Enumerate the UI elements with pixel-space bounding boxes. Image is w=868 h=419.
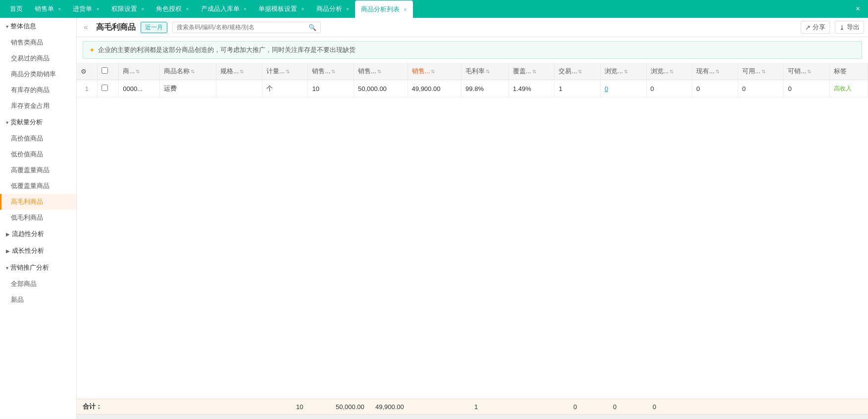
sidebar-item-in-stock[interactable]: 有库存的商品	[0, 82, 76, 98]
sort-icon-amount: ⇅	[377, 69, 381, 74]
sidebar-item-category-rate[interactable]: 商品分类助销率	[0, 66, 76, 82]
nav-product-analysis[interactable]: 商品分析 ×	[310, 0, 355, 18]
nav-product-analysis-list[interactable]: 商品分析列表 ×	[355, 0, 412, 18]
col-coverage[interactable]: 覆盖...⇅	[509, 63, 555, 80]
sidebar-group-overall[interactable]: ▾ 整体信息	[0, 18, 76, 35]
sidebar-item-low-coverage[interactable]: 低覆盖量商品	[0, 178, 76, 194]
sidebar-item-low-margin[interactable]: 低毛利商品	[0, 210, 76, 226]
period-filter-btn[interactable]: 近一月	[141, 22, 167, 33]
footer-profit: 49,900.00	[371, 403, 411, 411]
cell-check[interactable]	[97, 80, 119, 97]
col-check[interactable]	[97, 63, 119, 80]
cell-tag: 高收入	[829, 80, 868, 97]
close-template[interactable]: ×	[301, 6, 304, 12]
sort-icon-coverage: ⇅	[532, 69, 536, 74]
col-settings[interactable]: ⚙	[77, 63, 97, 80]
sidebar-group-flow[interactable]: ▶ 流趋性分析	[0, 226, 76, 242]
close-sales-order[interactable]: ×	[58, 6, 61, 12]
sidebar-item-sales-goods[interactable]: 销售类商品	[0, 35, 76, 50]
search-input[interactable]	[177, 24, 306, 31]
sidebar-collapse-btn[interactable]: «	[81, 23, 91, 32]
sidebar-item-traded-goods[interactable]: 交易过的商品	[0, 50, 76, 66]
sidebar-group-contribution[interactable]: ▾ 贡献量分析	[0, 114, 76, 131]
cell-current-stock: 0	[692, 80, 738, 97]
col-tag[interactable]: 标签	[829, 63, 868, 80]
sidebar-item-stock-capital[interactable]: 库存资金占用	[0, 98, 76, 114]
col-gross-margin[interactable]: 毛利率⇅	[461, 63, 509, 80]
tag-high-badge: 高收入	[834, 85, 852, 92]
settings-icon[interactable]: ⚙	[81, 68, 87, 75]
sidebar-item-low-value[interactable]: 低价值商品	[0, 146, 76, 162]
col-sales-amount[interactable]: 销售...⇅	[354, 63, 408, 80]
close-role-auth[interactable]: ×	[186, 6, 189, 12]
cell-gross-margin: 99.8%	[461, 80, 509, 97]
cell-unit: 个	[262, 80, 308, 97]
footer-label: 合计：	[83, 402, 102, 411]
sidebar-item-high-margin[interactable]: 高毛利商品	[0, 194, 76, 210]
sidebar-item-high-value[interactable]: 高价值商品	[0, 131, 76, 146]
close-product-inbound[interactable]: ×	[244, 6, 247, 12]
cell-sellable: 0	[784, 80, 830, 97]
nav-permission-settings[interactable]: 权限设置 ×	[105, 0, 150, 18]
sort-icon-transaction: ⇅	[578, 69, 582, 74]
col-sales-profit[interactable]: 销售...⇅	[408, 63, 461, 80]
expand-icon-overall: ▾	[6, 24, 8, 29]
expand-icon-flow: ▶	[6, 232, 10, 237]
nav-role-auth[interactable]: 角色授权 ×	[150, 0, 195, 18]
table-row: 1 0000... 运费 个 10 50,000.00 49,900.00 99…	[77, 80, 868, 97]
cell-sales-profit: 49,900.00	[408, 80, 461, 97]
bottom-scrollbar[interactable]	[77, 414, 868, 419]
col-spec[interactable]: 规格...⇅	[216, 63, 262, 80]
sidebar-item-all-goods[interactable]: 全部商品	[0, 276, 76, 292]
col-browse2[interactable]: 浏览...⇅	[646, 63, 692, 80]
col-sales-qty[interactable]: 销售...⇅	[308, 63, 354, 80]
cell-available: 0	[738, 80, 784, 97]
search-icon[interactable]: 🔍	[308, 24, 316, 31]
sort-icon-available: ⇅	[762, 69, 766, 74]
main-layout: ▾ 整体信息 销售类商品 交易过的商品 商品分类助销率 有库存的商品 库存资金占…	[0, 18, 868, 419]
col-unit[interactable]: 计量...⇅	[262, 63, 308, 80]
close-purchase-order[interactable]: ×	[96, 6, 99, 12]
nav-template-settings[interactable]: 单据模板设置 ×	[253, 0, 310, 18]
sort-icon-profit: ⇅	[431, 69, 435, 74]
nav-product-inbound[interactable]: 产成品入库单 ×	[195, 0, 253, 18]
info-icon: ✦	[89, 46, 95, 54]
col-current-stock[interactable]: 现有...⇅	[692, 63, 738, 80]
sidebar-item-high-coverage[interactable]: 高覆盖量商品	[0, 162, 76, 178]
col-transaction[interactable]: 交易...⇅	[555, 63, 601, 80]
cell-browse1[interactable]: 0	[601, 80, 647, 97]
col-name[interactable]: 商品名称⇅	[159, 63, 216, 80]
sort-icon-current: ⇅	[715, 69, 719, 74]
export-btn[interactable]: ⤓ 导出	[835, 21, 864, 34]
select-all-checkbox[interactable]	[102, 67, 108, 74]
cell-transaction: 1	[555, 80, 601, 97]
col-sellable[interactable]: 可销...⇅	[784, 63, 830, 80]
close-product-analysis[interactable]: ×	[346, 6, 349, 12]
col-code[interactable]: 商...⇅	[119, 63, 159, 80]
sort-icon-sellable: ⇅	[807, 69, 811, 74]
share-icon: ↗	[805, 24, 811, 31]
content-area: « 高毛利商品 近一月 🔍 ↗ 分享 ⤓ 导出 ✦ 企业的主要的利润都是这部分商…	[77, 18, 868, 419]
close-all-tabs[interactable]: ×	[852, 4, 864, 13]
sort-icon-name: ⇅	[191, 69, 195, 74]
close-product-analysis-list[interactable]: ×	[404, 6, 407, 12]
nav-home[interactable]: 首页	[4, 0, 29, 18]
sidebar-group-marketing[interactable]: ▾ 营销推广分析	[0, 259, 76, 276]
sidebar-item-new-goods[interactable]: 新品	[0, 292, 76, 308]
footer-available: 0	[609, 403, 649, 411]
cell-sales-qty: 10	[308, 80, 354, 97]
nav-purchase-order[interactable]: 进货单 ×	[67, 0, 105, 18]
share-btn[interactable]: ↗ 分享	[801, 21, 830, 34]
page-title: 高毛利商品	[96, 22, 136, 33]
nav-sales-order[interactable]: 销售单 ×	[29, 0, 67, 18]
col-available[interactable]: 可用...⇅	[738, 63, 784, 80]
sidebar-group-growth[interactable]: ▶ 成长性分析	[0, 242, 76, 259]
expand-icon-growth: ▶	[6, 248, 10, 254]
info-text: 企业的主要的利润都是这部分商品创造的，可考虑加大推广，同时关注库存是不要出现缺货	[98, 46, 356, 54]
footer-current: 0	[569, 403, 609, 411]
close-permission[interactable]: ×	[141, 6, 144, 12]
row-checkbox[interactable]	[102, 85, 108, 91]
col-browse1[interactable]: 浏览...⇅	[601, 63, 647, 80]
expand-icon-marketing: ▾	[6, 265, 8, 271]
data-table-container[interactable]: ⚙ 商...⇅ 商品名称⇅ 规格...⇅ 计量...⇅ 销售...⇅ 销售...…	[77, 63, 868, 399]
